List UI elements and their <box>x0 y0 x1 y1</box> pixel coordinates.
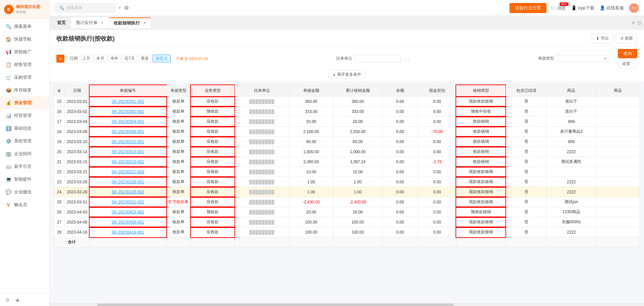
voucher-link[interactable]: SK-20230328-002 <box>111 190 144 194</box>
cell-voucher-no[interactable]: SK-20230315-002 <box>90 157 166 167</box>
table-container[interactable]: ⚙ 日期 单据编号 单据类型 业务类型 往来单位 单据金额 累计核销金额 余额 … <box>50 82 644 303</box>
scrollbar-thumb[interactable] <box>97 304 454 306</box>
sidebar-nav: 🔍 搜索菜单 🏠 快捷导航 📢 营销推广 📋 销售管理 🛒 采购管理 📦 库存核… <box>0 19 49 294</box>
voucher-link[interactable]: SK-20230331-002 <box>111 200 144 204</box>
tab-bar-close-btn[interactable]: ✕ <box>631 20 635 25</box>
export-btn[interactable]: ⬆ 导出 <box>592 34 613 43</box>
voucher-link[interactable]: SK-20230328-001 <box>111 180 144 184</box>
cell-voucher-no[interactable]: SK-20230314-001 <box>90 147 166 157</box>
dropdown-arrow-icon[interactable]: ▼ <box>118 6 121 10</box>
refresh-btn[interactable]: ↺ 刷新 <box>616 34 637 43</box>
sidebar-item-enterprise[interactable]: 🏢 企业协同 <box>0 147 49 160</box>
cell-goods: 2222 <box>547 227 596 237</box>
date-btn-custom[interactable]: 自定义 <box>153 55 171 62</box>
voucher-link[interactable]: SK-20230308-001 <box>111 129 144 134</box>
voucher-link[interactable]: SK-20230408-001 <box>111 220 144 225</box>
tab-home[interactable]: 首页 <box>52 17 70 28</box>
cell-voucher-no[interactable]: SK-20230331-002 <box>90 197 166 207</box>
query-btn[interactable]: 查询 <box>618 49 637 58</box>
message-item[interactable]: ✉️ 消息 99+ <box>550 5 566 11</box>
cell-verify-type: 现款收款核销 <box>456 217 505 227</box>
export-icon: ⬆ <box>596 36 599 41</box>
sidebar-item-marketing[interactable]: 📢 营销推广 <box>0 46 49 58</box>
settings-bottom-icon[interactable]: ⚙ <box>5 297 10 303</box>
cell-rowno: 23 <box>54 177 65 187</box>
cell-voucher-no[interactable]: SK-20230301-002 <box>90 97 166 107</box>
home-icon: 🏠 <box>5 36 11 42</box>
tab-preorder[interactable]: 预计应付单 ✕ <box>71 17 108 28</box>
sidebar-item-search[interactable]: 🔍 搜索菜单 <box>0 20 49 33</box>
cell-cumulative: 3,387.24 <box>333 157 382 167</box>
sidebar-item-wechat[interactable]: 💬 企业微信 <box>0 186 49 198</box>
sidebar-item-guide[interactable]: 📖 新手引导 <box>0 160 49 173</box>
topbar-search-box[interactable]: 🔍 搜索菜单 <box>55 3 115 12</box>
cell-voucher-no[interactable]: SK-20230321-003 <box>90 167 166 177</box>
sidebar-item-finance[interactable]: 💰 资金管理 <box>0 97 49 109</box>
sum-label: 合计 <box>54 237 90 247</box>
user-avatar[interactable]: Rit <box>629 3 639 13</box>
cell-include-settled: 否 <box>505 187 546 197</box>
horizontal-scrollbar[interactable] <box>50 303 644 306</box>
th-settings[interactable]: ⚙ <box>54 85 65 97</box>
sidebar-item-hardware[interactable]: 💻 智能硬件 <box>0 173 49 186</box>
cell-goods: 2222 <box>547 187 596 197</box>
cell-voucher-no[interactable]: SK-20230328-002 <box>90 187 166 197</box>
tab-collection-close[interactable]: ✕ <box>143 21 146 25</box>
cell-voucher-no[interactable]: SK-20230328-001 <box>90 177 166 187</box>
guide-icon: 📖 <box>5 164 11 170</box>
sidebar-item-basic[interactable]: ℹ️ 基础信息 <box>0 122 49 135</box>
settings-filter-btn[interactable]: 设置 <box>618 60 637 68</box>
cell-voucher-no[interactable]: SK-20230418-001 <box>90 227 166 237</box>
table-row: 232023-03-28SK-20230328-001收款单应收款███████… <box>54 177 640 187</box>
voucher-link[interactable]: SK-20230315-002 <box>111 160 144 164</box>
sidebar-item-purchase[interactable]: 🛒 采购管理 <box>0 71 49 84</box>
sidebar-item-shortcut[interactable]: 🏠 快捷导航 <box>0 33 49 46</box>
sidebar-item-sales[interactable]: 📋 销售管理 <box>0 58 49 71</box>
date-btn-this-month[interactable]: 本月 <box>94 55 107 62</box>
voucher-link[interactable]: SK-20230304-001 <box>111 119 144 124</box>
cell-voucher-no[interactable]: SK-20230304-001 <box>90 117 166 127</box>
cell-voucher-no[interactable]: SK-20230403-002 <box>90 207 166 217</box>
date-btn-7days[interactable]: 近7天 <box>122 55 137 62</box>
voucher-type-select[interactable]: ▼ <box>556 55 610 62</box>
cell-rowno: 22 <box>54 167 65 177</box>
cell-cash-discount: 0.00 <box>418 117 456 127</box>
date-quick-btns: 上月 本月 本年 近7天 更多 自定义 <box>80 55 171 62</box>
sidebar-item-system[interactable]: ⚙️ 系统管理 <box>0 135 49 147</box>
cell-voucher-no[interactable]: SK-20230308-001 <box>90 127 166 137</box>
voucher-link[interactable]: SK-20230314-001 <box>111 149 144 154</box>
voucher-link[interactable]: SK-20230403-002 <box>111 210 144 215</box>
cell-voucher-no[interactable]: SK-20230408-001 <box>90 217 166 227</box>
voucher-link[interactable]: SK-20230321-003 <box>111 170 144 174</box>
sidebar-item-operations[interactable]: 📊 经营管理 <box>0 109 49 122</box>
voucher-link[interactable]: SK-20230310-001 <box>111 139 144 144</box>
table-row: 252023-03-31SK-20230331-002红字收款单应收款█████… <box>54 197 640 207</box>
industry-btn[interactable]: 体验行业方案 <box>509 3 546 13</box>
column-settings-icon[interactable]: ⚙ <box>57 88 61 93</box>
date-btn-this-year[interactable]: 本年 <box>108 55 121 62</box>
partner-dots[interactable]: ... <box>403 56 410 62</box>
expand-more-btn[interactable]: ∨ 展开更多条件 <box>328 70 366 79</box>
topbar-gear-icon[interactable]: ⚙ <box>124 5 129 11</box>
partner-input[interactable] <box>354 55 401 63</box>
cell-date: 2023-03-14 <box>65 147 90 157</box>
cell-voucher-no[interactable]: SK-20230310-001 <box>90 137 166 147</box>
cell-balance: 0.00 <box>382 117 418 127</box>
filter-toggle-btn[interactable]: » <box>56 55 64 63</box>
app-download-item[interactable]: 📱 App下载 <box>571 5 594 11</box>
voucher-link[interactable]: SK-20230301-002 <box>111 99 144 104</box>
cell-goods: 测试jun <box>547 197 596 207</box>
cell-biz-type: 应收款 <box>191 97 235 107</box>
voucher-link[interactable]: SK-20230418-001 <box>111 230 144 235</box>
online-service-item[interactable]: 👤 在线客服 <box>600 5 624 11</box>
voucher-link[interactable]: SK-20230302-002 <box>111 109 144 114</box>
cell-voucher-no[interactable]: SK-20230302-002 <box>90 107 166 117</box>
tab-preorder-close[interactable]: ✕ <box>101 21 104 24</box>
date-btn-last-month[interactable]: 上月 <box>80 55 93 62</box>
sidebar-item-member[interactable]: V 畅会员 <box>0 198 49 211</box>
sidebar-item-inventory[interactable]: 📦 库存核算 <box>0 84 49 97</box>
collapse-icon[interactable]: ◀ <box>15 297 19 303</box>
tab-bar-expand-btn[interactable]: ⊡ <box>637 20 641 25</box>
date-btn-more[interactable]: 更多 <box>139 55 151 62</box>
tab-collection[interactable]: 收款核销执行 ✕ <box>109 17 151 28</box>
